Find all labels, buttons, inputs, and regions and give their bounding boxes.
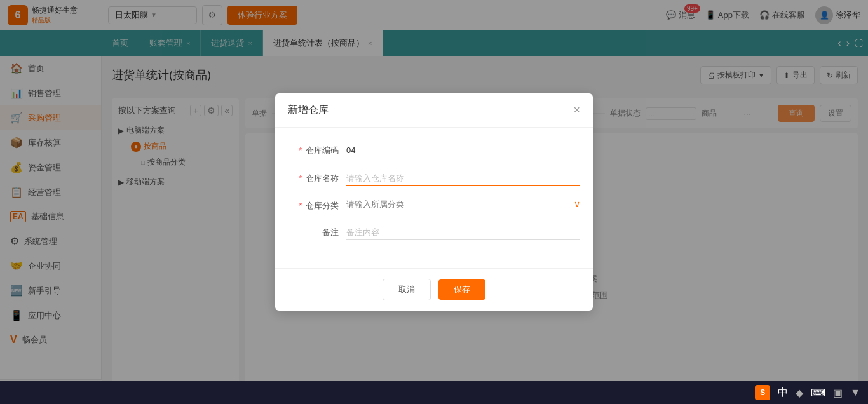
code-input[interactable] (346, 143, 580, 158)
form-row-category: * 仓库分类 ∨ (288, 199, 580, 212)
note-input[interactable] (346, 225, 580, 240)
chinese-input-icon[interactable]: 中 (778, 386, 788, 400)
dialog-close-button[interactable]: × (573, 104, 580, 117)
keyboard-icon[interactable]: ⌨ (811, 387, 825, 399)
name-label: * 仓库名称 (288, 173, 339, 184)
dialog-body: * 仓库编码 * 仓库名称 * 仓库分类 (275, 128, 593, 268)
screen-icon: ▣ (833, 387, 843, 399)
note-label: 备注 (288, 227, 339, 238)
form-row-code: * 仓库编码 (288, 143, 580, 158)
cancel-button[interactable]: 取消 (383, 279, 431, 300)
name-input[interactable] (346, 171, 580, 186)
category-chevron-icon: ∨ (574, 199, 580, 209)
category-label: * 仓库分类 (288, 200, 339, 212)
category-input[interactable] (346, 199, 574, 209)
bottom-bar: S 中 ◆ ⌨ ▣ ▼ (0, 381, 868, 404)
name-required: * (299, 173, 302, 183)
category-label-text: 仓库分类 (306, 201, 339, 210)
expand-icon[interactable]: ▼ (850, 387, 860, 398)
code-label: * 仓库编码 (288, 145, 339, 156)
dialog-footer: 取消 保存 (275, 268, 593, 311)
dialog-title: 新增仓库 (288, 104, 329, 117)
modal-overlay: 新增仓库 × * 仓库编码 * 仓库名称 (0, 0, 868, 404)
note-label-text: 备注 (322, 227, 339, 237)
form-row-note: 备注 (288, 225, 580, 240)
category-select-wrapper: ∨ (346, 199, 580, 212)
name-label-text: 仓库名称 (306, 173, 339, 183)
save-button[interactable]: 保存 (438, 279, 485, 300)
code-required: * (299, 145, 302, 155)
dialog-header: 新增仓库 × (275, 93, 593, 128)
category-required: * (299, 201, 302, 210)
s-logo: S (755, 385, 770, 400)
code-label-text: 仓库编码 (306, 145, 339, 155)
diamond-icon: ◆ (796, 387, 803, 399)
form-row-name: * 仓库名称 (288, 171, 580, 186)
add-warehouse-dialog: 新增仓库 × * 仓库编码 * 仓库名称 (275, 93, 593, 311)
